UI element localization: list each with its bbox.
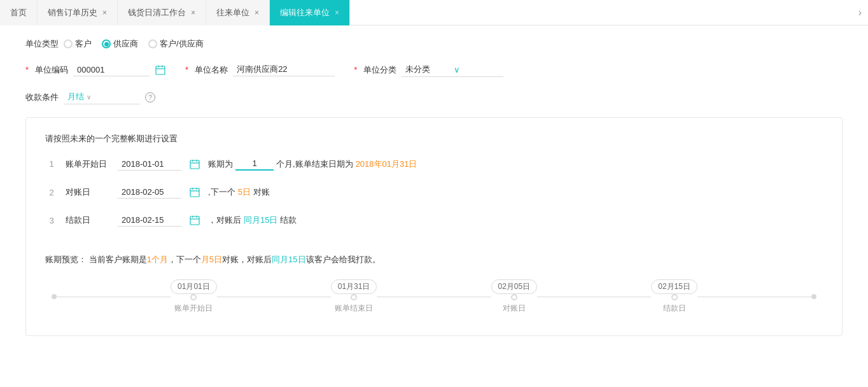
- unit-name-required: *: [185, 65, 188, 74]
- radio-supplier-circle[interactable]: [102, 39, 111, 48]
- row-num-1: 1: [45, 159, 58, 169]
- preview-part-5: 同月15日: [272, 255, 305, 264]
- unit-name-input[interactable]: [233, 64, 335, 76]
- timeline-line-2: [217, 297, 331, 297]
- timeline-line-1: [57, 297, 171, 297]
- preview-text: 账期预览： 当前客户账期是1个月，下一个月5日对账，对账后同月15日该客户会给我…: [45, 252, 823, 267]
- timeline-node-4: 02月15日 结款日: [651, 279, 697, 314]
- setting-row-2: 2 对账日 ,下一个 5日 对账: [45, 186, 823, 199]
- reconcile-date-calendar-icon[interactable]: [189, 186, 200, 198]
- payment-terms-dropdown[interactable]: 月结 ∨: [64, 90, 140, 104]
- row-label-3: 结款日: [66, 215, 110, 226]
- unit-category-field: * 单位分类 未分类 ∨: [354, 62, 503, 77]
- unit-type-row: 单位类型 客户 供应商 客户/供应商: [25, 38, 843, 50]
- payment-day-highlight: 同月15日: [244, 215, 277, 226]
- preview-part-1: 1个月: [147, 255, 168, 264]
- timeline-line-5: [697, 297, 811, 297]
- unit-code-required: *: [25, 65, 29, 74]
- payment-terms-label: 收款条件: [25, 92, 59, 103]
- timeline-date-2: 01月31日: [331, 279, 377, 294]
- tab-partner-units[interactable]: 往来单位 ×: [206, 0, 270, 25]
- tab-close-edit-partner[interactable]: ×: [335, 8, 339, 17]
- row-2-desc: ,下一个 5日 对账: [208, 186, 270, 198]
- start-date-input[interactable]: [118, 158, 181, 171]
- tab-edit-partner[interactable]: 编辑往来单位 ×: [270, 0, 350, 25]
- tabs-more-button[interactable]: ›: [852, 7, 868, 18]
- setting-row-1: 1 账单开始日 账期为 个月,账单结束日期为 2018年01月31日: [45, 157, 823, 171]
- row-1-desc: 账期为 个月,账单结束日期为 2018年01月31日: [208, 157, 417, 171]
- timeline-label-1: 账单开始日: [174, 303, 213, 314]
- payment-terms-field: 收款条件 月结 ∨ ?: [25, 90, 155, 104]
- svg-rect-4: [190, 160, 199, 169]
- unit-type-radio-group: 客户 供应商 客户/供应商: [64, 38, 204, 50]
- unit-category-chevron-icon: ∨: [454, 65, 500, 74]
- card-instruction: 请按照未来的一个完整帐期进行设置: [45, 133, 823, 144]
- timeline-label-2: 账单结束日: [335, 303, 373, 314]
- svg-rect-0: [156, 66, 165, 74]
- payment-date-input[interactable]: [118, 214, 181, 227]
- timeline-dot-2: [351, 294, 357, 300]
- svg-rect-8: [190, 188, 199, 197]
- unit-type-field: 单位类型 客户 供应商 客户/供应商: [25, 38, 204, 50]
- tabs-bar: 首页 销售订单历史 × 钱货日清工作台 × 往来单位 × 编辑往来单位 × ›: [0, 0, 868, 25]
- payment-terms-arrow-icon: ∨: [87, 94, 91, 101]
- preview-label: 账期预览：: [45, 255, 87, 264]
- timeline-dot-3: [511, 294, 517, 300]
- unit-name-label: 单位名称: [195, 64, 228, 76]
- timeline-label-4: 结款日: [663, 303, 686, 314]
- unit-code-field: * 单位编码: [25, 64, 166, 76]
- page-content: 单位类型 客户 供应商 客户/供应商 * 单位编码: [0, 25, 868, 387]
- timeline-date-1: 01月01日: [171, 279, 217, 294]
- row-label-1: 账单开始日: [66, 158, 110, 170]
- tab-close-partner-units[interactable]: ×: [255, 8, 259, 17]
- timeline-date-4: 02月15日: [651, 279, 697, 294]
- timeline-node-1: 01月01日 账单开始日: [171, 279, 217, 314]
- period-input[interactable]: [235, 157, 274, 171]
- unit-category-dropdown[interactable]: 未分类 ∨: [402, 62, 503, 77]
- unit-type-label: 单位类型: [25, 38, 59, 50]
- preview-part-0: 当前客户账期是: [89, 255, 147, 264]
- radio-customer-circle[interactable]: [64, 39, 73, 48]
- unit-code-input[interactable]: [73, 64, 150, 76]
- timeline-label-3: 对账日: [503, 303, 526, 314]
- row-num-2: 2: [45, 188, 58, 197]
- end-date-highlight: 2018年01月31日: [356, 158, 417, 170]
- preview-part-2: ，下一个: [168, 255, 201, 264]
- tab-cash-reconciliation[interactable]: 钱货日清工作台 ×: [118, 0, 206, 25]
- svg-rect-12: [190, 216, 199, 225]
- timeline-end-dot: [811, 294, 816, 299]
- radio-supplier[interactable]: 供应商: [102, 38, 138, 50]
- timeline-node-3: 02月05日 对账日: [491, 279, 538, 314]
- timeline-line-4: [537, 297, 651, 297]
- preview-part-6: 该客户会给我打款。: [306, 255, 381, 264]
- row-num-3: 3: [45, 216, 58, 225]
- reconcile-date-input[interactable]: [118, 186, 181, 199]
- radio-both[interactable]: 客户/供应商: [148, 38, 204, 50]
- timeline-start-dot: [52, 294, 57, 299]
- payment-terms-help-icon[interactable]: ?: [145, 92, 155, 102]
- row-label-2: 对账日: [66, 186, 110, 198]
- unit-code-calendar-icon[interactable]: [155, 64, 166, 76]
- unit-category-value: 未分类: [405, 64, 451, 75]
- payment-terms-row: 收款条件 月结 ∨ ?: [25, 90, 843, 104]
- timeline-dot-1: [190, 294, 197, 300]
- tab-close-sales-order-history[interactable]: ×: [102, 8, 107, 17]
- radio-both-circle[interactable]: [148, 39, 157, 48]
- tab-close-cash-reconciliation[interactable]: ×: [191, 8, 195, 17]
- preview-part-3: 月5日: [201, 255, 222, 264]
- payment-date-calendar-icon[interactable]: [189, 215, 200, 226]
- start-date-calendar-icon[interactable]: [189, 158, 200, 170]
- timeline-line-3: [377, 297, 491, 297]
- tab-home[interactable]: 首页: [0, 0, 38, 25]
- tab-sales-order-history[interactable]: 销售订单历史 ×: [38, 0, 118, 25]
- radio-customer[interactable]: 客户: [64, 38, 92, 50]
- timeline-node-2: 01月31日 账单结束日: [331, 279, 377, 314]
- unit-name-field: * 单位名称: [185, 64, 335, 76]
- setting-card: 请按照未来的一个完整帐期进行设置 1 账单开始日 账期为 个月,账单结束日期为 …: [25, 117, 843, 336]
- row-3-desc: ，对账后 同月15日 结款: [208, 215, 297, 226]
- unit-category-required: *: [354, 65, 357, 74]
- setting-row-3: 3 结款日 ，对账后 同月15日 结款: [45, 214, 823, 227]
- payment-terms-value: 月结: [67, 91, 84, 102]
- timeline-dot-4: [671, 294, 678, 300]
- unit-info-row: * 单位编码 * 单位名称 * 单位分类 未分类 ∨: [25, 62, 843, 77]
